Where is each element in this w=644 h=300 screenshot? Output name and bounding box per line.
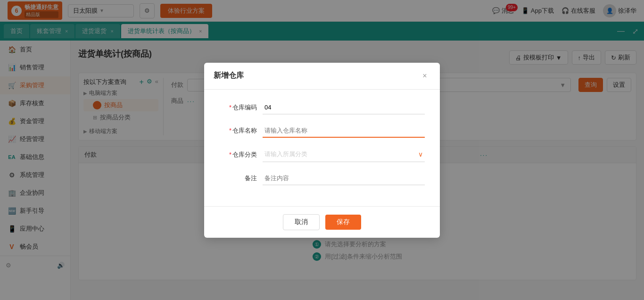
modal-close-button[interactable]: ×	[419, 70, 430, 82]
warehouse-name-label: *仓库名称	[219, 126, 257, 135]
warehouse-code-label: *仓库编码	[219, 103, 257, 112]
modal-body: *仓库编码 *仓库名称 *仓库分类 请输入所属分类 ∨	[204, 90, 440, 206]
notes-input[interactable]	[263, 172, 425, 185]
modal-overlay: 新增仓库 × *仓库编码 *仓库名称 *仓库分类	[0, 0, 644, 300]
category-select-arrow: ∨	[418, 150, 423, 158]
add-warehouse-modal: 新增仓库 × *仓库编码 *仓库名称 *仓库分类	[204, 63, 440, 238]
warehouse-name-input[interactable]	[263, 124, 425, 138]
warehouse-code-input[interactable]	[263, 101, 425, 115]
modal-title: 新增仓库	[214, 71, 244, 81]
notes-label: 备注	[219, 174, 257, 183]
cancel-button[interactable]: 取消	[283, 214, 320, 230]
warehouse-category-select[interactable]: 请输入所属分类 ∨	[263, 147, 425, 162]
save-button[interactable]: 保存	[325, 215, 361, 230]
modal-footer: 取消 保存	[204, 206, 440, 238]
form-row-warehouse-code: *仓库编码	[219, 101, 425, 115]
form-row-notes: 备注	[219, 172, 425, 185]
form-row-warehouse-name: *仓库名称	[219, 124, 425, 138]
modal-header: 新增仓库 ×	[204, 63, 440, 90]
warehouse-category-label: *仓库分类	[219, 150, 257, 159]
form-row-warehouse-category: *仓库分类 请输入所属分类 ∨	[219, 147, 425, 162]
